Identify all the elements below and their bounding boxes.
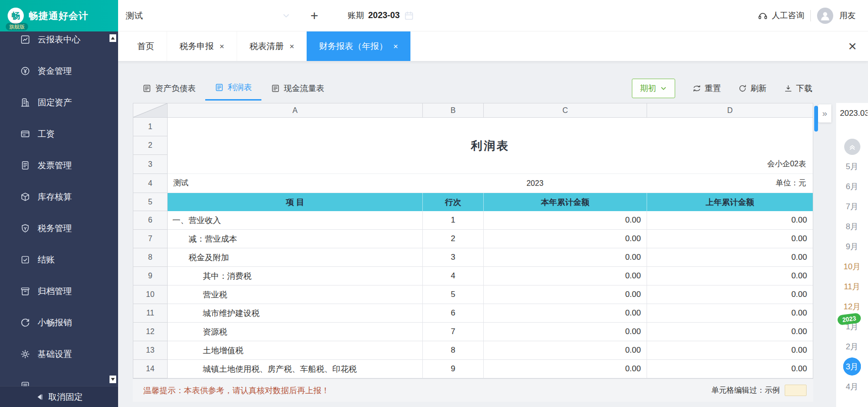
cell-line[interactable]: 9 [423, 360, 484, 378]
cell-current[interactable]: 0.00 [484, 341, 647, 360]
row-number[interactable]: 11 [133, 304, 168, 323]
row-number[interactable]: 9 [133, 267, 168, 285]
row-number[interactable]: 3 [133, 155, 168, 174]
cell-item[interactable]: 一、营业收入 [168, 211, 423, 230]
tab-home[interactable]: 首页 [125, 31, 167, 61]
cell-item[interactable]: 其中：消费税 [168, 267, 423, 285]
period-init-button[interactable]: 期初 [632, 79, 675, 98]
accounting-period[interactable]: 账期 2023-03 [348, 10, 414, 21]
cell-item[interactable]: 城镇土地使用税、房产税、车船税、印花税 [168, 360, 423, 378]
sidebar-item-payroll[interactable]: 工资 [0, 118, 118, 150]
year-cell[interactable]: 2023 [423, 179, 647, 188]
sidebar-item-fixed-assets[interactable]: 固定资产 [0, 87, 118, 118]
row-number[interactable]: 10 [133, 285, 168, 304]
row-number[interactable]: 7 [133, 230, 168, 248]
month-item[interactable]: 10月 [836, 256, 868, 276]
row-number[interactable]: 14 [133, 360, 168, 378]
cell-line[interactable]: 1 [423, 211, 484, 230]
month-item[interactable]: 4月 [836, 376, 868, 397]
sidebar-scroll-up[interactable] [110, 34, 116, 42]
cell-previous[interactable]: 0.00 [647, 360, 813, 378]
tab-cash-flow[interactable]: 现金流量表 [261, 76, 334, 101]
tab-balance-sheet[interactable]: 资产负债表 [133, 76, 205, 101]
cell-line[interactable]: 4 [423, 267, 484, 285]
company-cell[interactable]: 测试 [168, 178, 423, 188]
close-icon[interactable]: × [219, 42, 224, 51]
cell-current[interactable]: 0.00 [484, 230, 647, 248]
cell-current[interactable]: 0.00 [484, 285, 647, 304]
refresh-button[interactable]: 刷新 [738, 83, 767, 94]
tab-financial-statements[interactable]: 财务报表（年报） × [307, 31, 410, 61]
column-header-a[interactable]: A [168, 103, 423, 118]
sidebar-item-reimburse[interactable]: 小畅报销 [0, 307, 118, 338]
support-button[interactable]: 人工咨询 [758, 10, 804, 21]
unit-cell[interactable]: 单位：元 [647, 178, 813, 188]
close-icon[interactable]: × [393, 42, 398, 51]
avatar[interactable] [817, 8, 833, 24]
tab-tax-filing[interactable]: 税务申报 × [167, 31, 237, 61]
cell-line[interactable]: 7 [423, 323, 484, 341]
tab-income-statement[interactable]: 利润表 [205, 76, 261, 101]
row-number[interactable]: 5 [133, 193, 168, 211]
month-item[interactable]: 11月 [836, 276, 868, 296]
month-item[interactable]: 6月 [836, 176, 868, 196]
cell-previous[interactable]: 0.00 [647, 285, 813, 304]
cell-previous[interactable]: 0.00 [647, 248, 813, 267]
vertical-scrollbar-thumb[interactable] [814, 106, 818, 132]
select-all-corner[interactable] [133, 103, 168, 118]
cell-current[interactable]: 0.00 [484, 211, 647, 230]
header-line[interactable]: 行次 [423, 193, 484, 211]
cell-current[interactable]: 0.00 [484, 267, 647, 285]
sidebar-item-settings[interactable]: 基础设置 [0, 338, 118, 370]
cell-item[interactable]: 土地增值税 [168, 341, 423, 360]
column-header-c[interactable]: C [484, 103, 647, 118]
cell-item[interactable]: 减：营业成本 [168, 230, 423, 248]
header-current-year[interactable]: 本年累计金额 [484, 193, 647, 211]
cell-previous[interactable]: 0.00 [647, 211, 813, 230]
column-header-d[interactable]: D [647, 103, 813, 118]
cell-empty[interactable] [168, 118, 813, 136]
header-previous-year[interactable]: 上年累计金额 [647, 193, 813, 211]
report-title-cell[interactable]: 利润表 [168, 136, 813, 155]
tab-tax-register[interactable]: 税表清册 × [237, 31, 307, 61]
cell-line[interactable]: 2 [423, 230, 484, 248]
cell-line[interactable]: 8 [423, 341, 484, 360]
month-item[interactable]: 9月 [836, 236, 868, 256]
cell-item[interactable]: 城市维护建设税 [168, 304, 423, 323]
cell-previous[interactable]: 0.00 [647, 323, 813, 341]
cell-previous[interactable]: 0.00 [647, 304, 813, 323]
new-tab-button[interactable]: + [310, 9, 318, 22]
cell-previous[interactable]: 0.00 [647, 267, 813, 285]
sidebar-item-funds[interactable]: 资金管理 [0, 55, 118, 87]
month-item[interactable]: 2月 [836, 336, 868, 356]
form-code-cell[interactable]: 会小企02表 [168, 155, 813, 174]
month-item[interactable]: 8月 [836, 216, 868, 236]
cell-line[interactable]: 6 [423, 304, 484, 323]
download-button[interactable]: 下载 [784, 83, 812, 94]
reset-button[interactable]: 重置 [692, 83, 721, 94]
cell-line[interactable]: 5 [423, 285, 484, 304]
close-icon[interactable]: × [289, 42, 294, 51]
cell-item[interactable]: 资源税 [168, 323, 423, 341]
month-item-active[interactable]: 3月 [836, 356, 868, 376]
row-number[interactable]: 12 [133, 323, 168, 341]
sidebar-item-tax[interactable]: 税务管理 [0, 213, 118, 244]
cell-current[interactable]: 0.00 [484, 304, 647, 323]
row-number[interactable]: 8 [133, 248, 168, 267]
cell-previous[interactable]: 0.00 [647, 341, 813, 360]
row-number[interactable]: 1 [133, 118, 168, 136]
scroll-up-button[interactable] [844, 139, 860, 155]
month-item[interactable]: 7月 [836, 196, 868, 216]
sidebar-item-archive[interactable]: 归档管理 [0, 275, 118, 307]
expand-panel-button[interactable]: » [818, 104, 831, 122]
sidebar-scroll-down[interactable] [110, 376, 116, 383]
cell-current[interactable]: 0.00 [484, 323, 647, 341]
cell-item[interactable]: 税金及附加 [168, 248, 423, 267]
cell-line[interactable]: 3 [423, 248, 484, 267]
header-item[interactable]: 项 目 [168, 193, 423, 211]
row-number[interactable]: 6 [133, 211, 168, 230]
month-item[interactable]: 5月 [836, 156, 868, 176]
username[interactable]: 用友 [839, 10, 856, 21]
calendar-icon[interactable] [404, 10, 414, 21]
column-header-b[interactable]: B [423, 103, 484, 118]
